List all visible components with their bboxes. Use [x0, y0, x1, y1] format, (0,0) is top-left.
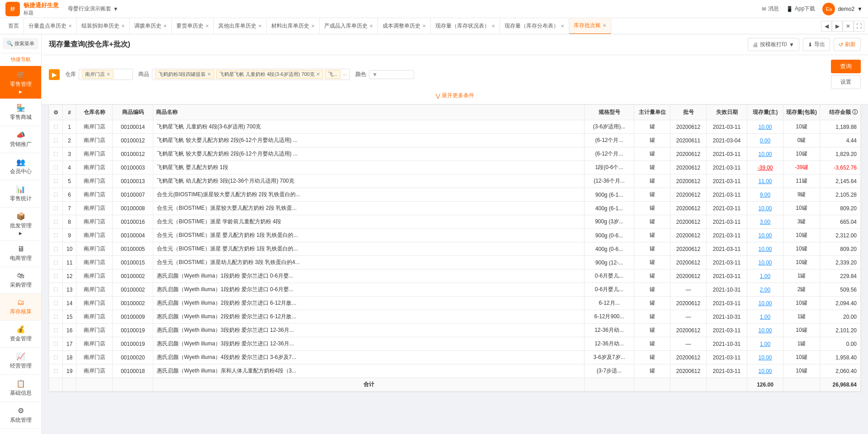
tab-close-icon[interactable]: ✕	[491, 24, 495, 28]
tab-close-icon[interactable]: ✕	[258, 24, 262, 28]
row-qty-main[interactable]: -39.00	[747, 161, 783, 175]
sidebar-item-finance[interactable]: 💰 资金管理	[0, 321, 41, 348]
tab-kucun-pici[interactable]: 库存批次账 ✕	[569, 18, 611, 34]
row-qty-main[interactable]: 11.00	[747, 175, 783, 188]
tab-home[interactable]: 首页	[4, 18, 24, 34]
row-qty-main[interactable]: 1.00	[747, 337, 783, 351]
expand-more-btn[interactable]: ⋁ 展开更多条件	[49, 92, 861, 99]
row-qty-main[interactable]: 10.00	[747, 256, 783, 269]
product-tag-close-1[interactable]: ✕	[207, 71, 211, 77]
tab-yaohuo[interactable]: 要货单历史 ✕	[172, 18, 214, 34]
tab-maximize-btn[interactable]: ⛶	[854, 21, 864, 32]
row-settings[interactable]: ☐	[49, 229, 63, 242]
row-settings[interactable]: ☐	[49, 256, 63, 269]
tab-close-icon[interactable]: ✕	[603, 23, 606, 28]
row-settings[interactable]: ☐	[49, 351, 63, 364]
row-settings[interactable]: ☐	[49, 337, 63, 351]
tab-close-icon[interactable]: ✕	[311, 24, 315, 28]
sidebar-item-retail-mall[interactable]: 🏪 零售商城	[0, 99, 41, 126]
tab-chengben[interactable]: 成本调整单历史 ✕	[378, 18, 431, 34]
product-dots[interactable]: ···	[342, 71, 347, 78]
sidebar-item-purchase[interactable]: 🛍 采购管理	[0, 267, 41, 294]
row-qty-main[interactable]: 1.00	[747, 310, 783, 324]
tab-zuzhuang[interactable]: 组装拆卸单历史 ✕	[77, 18, 130, 34]
row-qty-main[interactable]: 2.00	[747, 283, 783, 297]
row-qty-main[interactable]: 1.00	[747, 269, 783, 283]
row-qty-main[interactable]: 10.00	[747, 242, 783, 256]
quicknav-btn[interactable]: 快捷导航	[0, 53, 41, 66]
settings-gear-icon[interactable]: ⚙	[53, 109, 58, 116]
sidebar-item-wholesale[interactable]: 📦 批发管理 ▶	[0, 208, 41, 241]
warehouse-tag-close[interactable]: ✕	[106, 71, 110, 77]
sidebar-item-collab[interactable]: 🤝 企业协同	[0, 429, 41, 434]
row-qty-main[interactable]: 0.00	[747, 134, 783, 147]
print-btn[interactable]: 🖨 按模板打印 ▼	[748, 38, 799, 51]
row-settings[interactable]: ☐	[49, 283, 63, 297]
tab-fen-pindian[interactable]: 分量盘点单历史 ✕	[24, 18, 77, 34]
tab-close-icon[interactable]: ✕	[205, 24, 209, 28]
row-settings[interactable]: ☐	[49, 188, 63, 202]
row-settings[interactable]: ☐	[49, 202, 63, 215]
tab-close-icon[interactable]: ✕	[369, 24, 373, 28]
row-settings[interactable]: ☐	[49, 120, 63, 134]
user-menu[interactable]: Ea demo2 ▼	[822, 3, 863, 15]
tab-xiancun-fenbiao[interactable]: 现存量（库存分布表） ✕	[500, 18, 569, 34]
row-qty-main[interactable]: 10.00	[747, 229, 783, 242]
row-settings[interactable]: ☐	[49, 324, 63, 337]
row-qty-main[interactable]: 10.00	[747, 324, 783, 337]
row-qty-main[interactable]: 3.00	[747, 215, 783, 229]
tab-close-icon[interactable]: ✕	[68, 24, 72, 28]
sidebar-item-ops[interactable]: 📈 经营管理	[0, 348, 41, 375]
warehouse-tag-group[interactable]: 南岸门店 ✕	[79, 69, 133, 80]
tab-close-all-btn[interactable]: ✕	[843, 21, 854, 32]
tab-close-icon[interactable]: ✕	[561, 24, 564, 28]
tab-diaob[interactable]: 调拨单历史 ✕	[130, 18, 172, 34]
industry-selector[interactable]: 母婴行业演示账套 ▼	[68, 5, 118, 13]
filter-expand-btn[interactable]: ▶	[49, 69, 60, 80]
row-settings[interactable]: ☐	[49, 297, 63, 310]
app-download-btn[interactable]: 📱 App下载	[786, 5, 815, 13]
sidebar-item-member[interactable]: 👥 会员中心	[0, 153, 41, 180]
tab-next-btn[interactable]: ▶	[832, 21, 843, 32]
export-btn[interactable]: ⬇ 导出	[803, 38, 830, 51]
sidebar-item-basic[interactable]: 📋 基础信息	[0, 375, 41, 402]
row-qty-main[interactable]: 10.00	[747, 364, 783, 378]
sidebar-item-retail-mgmt[interactable]: 🛒 零售管理 ▶	[0, 66, 41, 99]
sidebar-item-marketing[interactable]: 📣 营销推广	[0, 126, 41, 153]
row-settings[interactable]: ☐	[49, 242, 63, 256]
row-qty-main[interactable]: 10.00	[747, 120, 783, 134]
row-qty-main[interactable]: 10.00	[747, 351, 783, 364]
row-settings[interactable]: ☐	[49, 269, 63, 283]
tab-qita-chuku[interactable]: 其他出库单历史 ✕	[214, 18, 267, 34]
color-tag-group[interactable]: ▼	[369, 70, 414, 79]
row-settings[interactable]: ☐	[49, 364, 63, 378]
settings-btn[interactable]: 设置	[831, 75, 861, 89]
sidebar-item-inventory[interactable]: 🗂 库存核算	[0, 294, 41, 321]
row-qty-main[interactable]: 10.00	[747, 147, 783, 161]
tab-close-icon[interactable]: ✕	[163, 24, 167, 28]
message-btn[interactable]: ✉ 消息	[762, 5, 779, 13]
row-settings[interactable]: ☐	[49, 175, 63, 188]
row-qty-main[interactable]: 10.00	[747, 297, 783, 310]
tab-close-icon[interactable]: ✕	[121, 24, 125, 28]
row-settings[interactable]: ☐	[49, 134, 63, 147]
tab-prev-btn[interactable]: ◀	[821, 21, 832, 32]
row-settings[interactable]: ☐	[49, 161, 63, 175]
row-settings[interactable]: ☐	[49, 147, 63, 161]
refresh-btn[interactable]: ↺ 刷新	[834, 38, 861, 51]
sidebar-item-retail-stats[interactable]: 📊 零售统计	[0, 180, 41, 208]
tab-xiancun-kuanzhuang[interactable]: 现存量（库存状况表） ✕	[431, 18, 500, 34]
product-tag-close-2[interactable]: ✕	[316, 71, 320, 77]
sidebar-item-ecommerce[interactable]: 🖥 电商管理	[0, 241, 41, 267]
row-qty-main[interactable]: 9.00	[747, 188, 783, 202]
tab-cailiao-chuku[interactable]: 材料出库单历史 ✕	[267, 18, 320, 34]
row-qty-main[interactable]: 10.00	[747, 202, 783, 215]
color-dropdown-icon[interactable]: ▼	[372, 71, 377, 78]
row-settings[interactable]: ☐	[49, 215, 63, 229]
search-menu-btn[interactable]: 🔍 搜索菜单	[3, 38, 38, 49]
product-tag-group[interactable]: 飞鹤奶粉3段四罐提装 ✕ 飞鹤星飞帆 儿童奶粉 4段(3-6岁适用) 700克 …	[152, 69, 350, 80]
tab-chengpin-ruku[interactable]: 产成品入库单历史 ✕	[320, 18, 378, 34]
tab-close-icon[interactable]: ✕	[422, 24, 426, 28]
sidebar-item-system[interactable]: ⚙ 系统管理	[0, 402, 41, 429]
row-settings[interactable]: ☐	[49, 310, 63, 324]
